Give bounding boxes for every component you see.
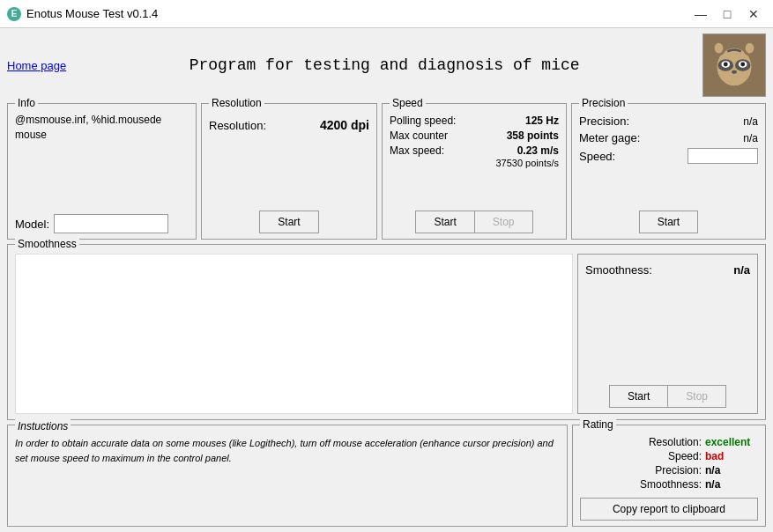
info-legend: Info [15,97,38,109]
resolution-panel: Resolution Resolution: 4200 dpi Start [201,103,377,240]
title-bar: E Enotus Mouse Test v0.1.4 — □ ✕ [0,0,773,28]
resolution-row: Resolution: 4200 dpi [209,118,369,132]
max-speed-value: 0.23 m/s [517,144,559,157]
precision-speed-bar [688,148,758,164]
rating-speed-label: Speed: [668,450,702,462]
precision-panel: Precision Precision: n/a Meter gage: n/a… [571,103,766,240]
smoothness-canvas [15,254,573,414]
polling-label: Polling speed: [390,115,456,127]
model-input[interactable] [54,214,168,233]
rating-precision-value: n/a [705,464,758,477]
close-button[interactable]: ✕ [741,4,766,25]
svg-point-4 [715,43,724,54]
smoothness-stop-button[interactable]: Stop [667,385,726,408]
svg-point-11 [740,63,745,67]
smoothness-value: n/a [733,263,750,277]
copy-report-button[interactable]: Copy report to clipboard [580,498,758,521]
resolution-value: 4200 dpi [320,118,369,132]
smoothness-right-panel: Smoothness: n/a Start Stop [577,254,758,414]
max-speed-sub: 37530 points/s [390,158,559,168]
raccoon-image [702,33,766,97]
info-panel: Info @msmouse.inf, %hid.mousede mouse Mo… [7,103,197,240]
model-row: Model: [15,214,189,233]
instructions-legend: Instuctions [15,418,71,434]
svg-point-5 [746,43,754,54]
rating-smoothness-value: n/a [705,478,758,491]
smoothness-legend: Smoothness [15,238,79,250]
maximize-button[interactable]: □ [715,4,740,25]
precision-label: Precision: [579,115,629,128]
speed-legend: Speed [390,97,426,109]
resolution-legend: Resolution [209,97,264,109]
max-speed-label: Max speed: [390,144,444,157]
model-label: Model: [15,218,49,231]
header-row: Home page Program for testing and diagno… [7,33,766,97]
home-link[interactable]: Home page [7,59,66,72]
window-title: Enotus Mouse Test v0.1.4 [26,7,158,20]
app-title: Program for testing and diagnosis of mic… [75,56,694,74]
resolution-buttons: Start [209,211,369,233]
rating-smoothness-label: Smoothness: [640,478,702,491]
precision-buttons: Start [579,211,758,233]
app-icon: E [7,7,21,21]
speed-table: Polling speed: 125 Hz Max counter 358 po… [390,115,559,172]
smoothness-panel: Smoothness Smoothness: n/a Start Stop [7,244,766,420]
rating-precision-label: Precision: [655,464,702,477]
rating-speed-value: bad [705,450,758,462]
rating-resolution-value: excellent [705,436,758,448]
resolution-start-button[interactable]: Start [259,211,318,233]
max-counter-value: 358 points [507,129,559,142]
info-device-text: @msmouse.inf, %hid.mousede mouse [15,113,189,143]
window-controls: — □ ✕ [688,4,766,25]
rating-speed-row: Speed: bad [580,450,758,462]
speed-start-button[interactable]: Start [415,211,473,233]
meter-value: n/a [743,132,758,144]
max-counter-label: Max counter [390,129,448,142]
smoothness-start-button[interactable]: Start [609,385,667,408]
bottom-row: Instuctions In order to obtain accurate … [7,425,766,527]
polling-row: Polling speed: 125 Hz [390,115,559,127]
instructions-text: In order to obtain accurate data on some… [15,436,560,465]
panels-row: Info @msmouse.inf, %hid.mousede mouse Mo… [7,103,766,240]
resolution-label: Resolution: [209,119,266,132]
rating-resolution-row: Resolution: excellent [580,436,758,448]
precision-value: n/a [743,115,758,128]
middle-row: Smoothness Smoothness: n/a Start Stop [7,244,766,420]
rating-resolution-label: Resolution: [649,436,702,448]
max-speed-row: Max speed: 0.23 m/s [390,144,559,157]
precision-legend: Precision [579,97,628,109]
meter-row: Meter gage: n/a [579,131,758,144]
svg-point-10 [724,63,728,67]
app-content: Home page Program for testing and diagno… [0,28,773,532]
speed-panel: Speed Polling speed: 125 Hz Max counter … [382,103,567,240]
meter-label: Meter gage: [579,131,640,144]
precision-start-button[interactable]: Start [639,211,698,233]
rating-precision-row: Precision: n/a [580,464,758,477]
precision-row: Precision: n/a [579,115,758,128]
svg-point-12 [732,70,737,74]
smoothness-value-row: Smoothness: n/a [585,263,750,277]
rating-panel: Rating Resolution: excellent Speed: bad … [572,425,766,527]
rating-table: Resolution: excellent Speed: bad Precisi… [580,436,758,491]
max-counter-row: Max counter 358 points [390,129,559,142]
polling-value: 125 Hz [525,115,559,127]
speed-stop-button[interactable]: Stop [474,211,533,233]
precision-table: Precision: n/a Meter gage: n/a Speed: [579,115,758,167]
rating-smoothness-row: Smoothness: n/a [580,478,758,491]
instructions-panel: Instuctions In order to obtain accurate … [7,425,568,527]
rating-legend: Rating [580,418,616,431]
smoothness-info-box: Smoothness: n/a Start Stop [577,254,758,414]
smoothness-buttons: Start Stop [585,385,750,408]
speed-buttons: Start Stop [390,211,559,233]
minimize-button[interactable]: — [688,4,713,25]
speed-bar-row: Speed: [579,148,758,164]
prec-speed-label: Speed: [579,150,615,163]
smoothness-label: Smoothness: [585,263,652,277]
